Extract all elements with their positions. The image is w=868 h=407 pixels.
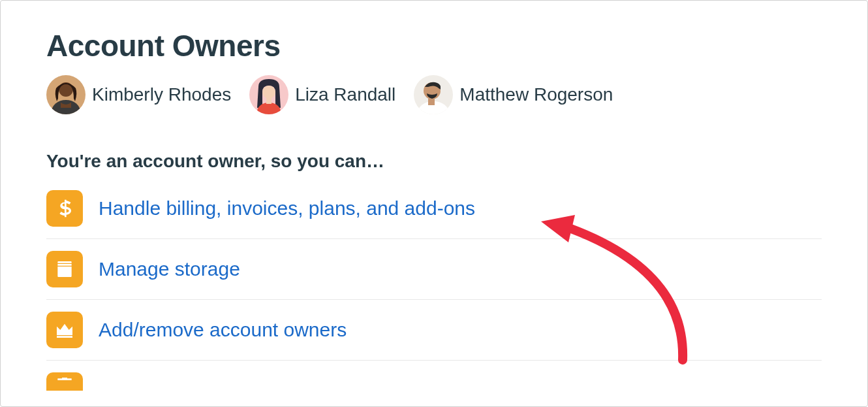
avatar [414, 75, 453, 114]
storage-icon [46, 251, 83, 287]
owners-row: Kimberly Rhodes Liza Randall [46, 75, 822, 114]
svg-rect-6 [266, 97, 271, 104]
action-item-partial [46, 361, 822, 402]
crown-icon [46, 312, 83, 348]
dollar-icon [46, 190, 83, 227]
billing-link[interactable]: Handle billing, invoices, plans, and add… [99, 197, 475, 220]
owner-item: Liza Randall [249, 75, 395, 114]
action-list: Handle billing, invoices, plans, and add… [46, 190, 822, 402]
action-item-owners: Add/remove account owners [46, 300, 822, 361]
owner-item: Matthew Rogerson [414, 75, 613, 114]
owner-name: Liza Randall [295, 84, 395, 105]
svg-point-4 [262, 86, 275, 99]
owner-name: Matthew Rogerson [459, 84, 613, 105]
owner-subtitle: You're an account owner, so you can… [46, 151, 822, 172]
trash-icon [46, 372, 83, 391]
owner-item: Kimberly Rhodes [46, 75, 231, 114]
action-item-billing: Handle billing, invoices, plans, and add… [46, 190, 822, 239]
avatar [249, 75, 288, 114]
avatar [46, 75, 85, 114]
owner-name: Kimberly Rhodes [92, 84, 231, 105]
storage-link[interactable]: Manage storage [99, 258, 240, 280]
page-title: Account Owners [46, 28, 822, 63]
account-owners-panel: Account Owners Kimberly Rhodes [1, 1, 867, 402]
svg-rect-10 [428, 99, 435, 105]
action-item-storage: Manage storage [46, 239, 822, 300]
owners-link[interactable]: Add/remove account owners [99, 319, 347, 341]
